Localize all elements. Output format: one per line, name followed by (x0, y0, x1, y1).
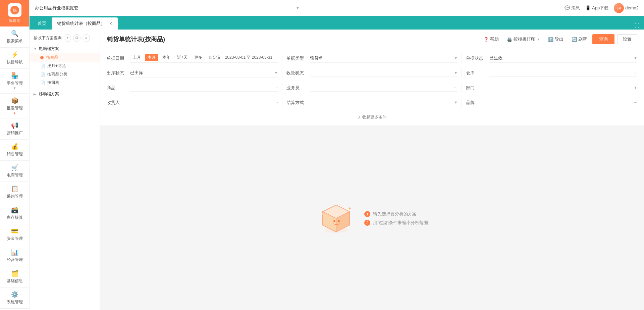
tree-group-mobile[interactable]: ▶ 移动端方案 (30, 90, 100, 99)
print-arrow: ▼ (537, 38, 540, 41)
salesperson-select[interactable]: ··· (310, 84, 458, 92)
sidebar-item-marketing[interactable]: 📢 营销推广 (0, 118, 30, 140)
tab-report-label: 销货单统计表（按商品） (57, 20, 105, 27)
settings-button[interactable]: 设置 (617, 34, 637, 44)
goods-label: 商品 (107, 85, 130, 91)
sidebar-item-label: 库存核算 (7, 215, 23, 220)
collapse-label: 收起更多条件 (362, 114, 386, 120)
receiver-dots[interactable]: ··· (274, 100, 278, 105)
tree-group-desktop[interactable]: ▼ 电脑端方案 (30, 44, 100, 53)
goods-select[interactable]: ··· (130, 84, 278, 92)
date-tab-7days[interactable]: 近7天 (174, 54, 190, 61)
sidebar-item-label: 电商管理 (7, 172, 23, 178)
empty-step-2: 2 用[过滤]条件来缩小分析范围 (364, 220, 428, 226)
svg-point-8 (338, 220, 340, 222)
export-button[interactable]: ⬆️ 导出 (545, 35, 566, 44)
sidebar-item-purchase[interactable]: 📋 采购管理 (0, 182, 30, 203)
out-status-select[interactable]: 已出库 ▼ (130, 69, 278, 78)
tree-group-label2: 移动端方案 (39, 91, 59, 97)
finance-icon: 💳 (11, 227, 18, 235)
settings-scheme-button[interactable]: ⚙ (73, 34, 80, 42)
sidebar-item-basic[interactable]: 🗂️ 基础信息 (0, 266, 30, 288)
empty-steps: 1 请先选择要分析的方案 2 用[过滤]条件来缩小分析范围 (364, 211, 428, 226)
page-actions: ❓ 帮助 🖨️ 按模板打印 ▼ ⬆️ 导出 🔄 刷新 (481, 34, 637, 44)
app-download-button[interactable]: 📱 App下载 (585, 5, 608, 11)
receiver-label: 收货人 (107, 100, 130, 106)
right-panel: 销货单统计表(按商品) ❓ 帮助 🖨️ 按模板打印 ▼ ⬆️ 导出 (100, 30, 644, 310)
inventory-icon: 🗃️ (11, 206, 18, 214)
refresh-button[interactable]: 🔄 刷新 (569, 35, 590, 44)
empty-state: ✦ ✦ 1 请先选择要分析的方案 2 用[过滤]条件来缩小分析范围 (100, 127, 644, 310)
tree-group-label: 电脑端方案 (39, 46, 59, 52)
date-tab-more[interactable]: 更多 (192, 54, 205, 61)
tab-close-button[interactable]: ✕ (109, 21, 112, 26)
goods-dots[interactable]: ··· (274, 85, 278, 90)
out-status-label: 出库状态 (107, 70, 130, 76)
user-menu[interactable]: Ea demo2 (614, 3, 639, 13)
refresh-label: 刷新 (578, 36, 587, 42)
step-num-1: 1 (364, 211, 370, 217)
date-tab-last-month[interactable]: 上月 (130, 54, 144, 61)
help-button[interactable]: ❓ 帮助 (481, 35, 501, 44)
page-title-bar: 销货单统计表(按商品) ❓ 帮助 🖨️ 按模板打印 ▼ ⬆️ 导出 (100, 30, 644, 48)
logo: 畅 标题页 (0, 0, 30, 27)
tabbar: 首页 销货单统计表（按商品） ✕ — ⛶ (30, 16, 644, 30)
tree-item-label: 按司机 (47, 80, 59, 86)
svg-point-7 (333, 220, 335, 222)
sidebar-item-label: 系统管理 (7, 299, 23, 305)
salesperson-dots[interactable]: ··· (454, 85, 458, 90)
doc-status-value: 已生效 (489, 55, 502, 61)
date-tab-current-month[interactable]: 本月 (145, 54, 158, 61)
receiver-select[interactable]: ··· (130, 99, 278, 106)
pay-status-select[interactable]: ▼ (310, 70, 458, 76)
collapse-panel-button[interactable]: « (83, 34, 90, 42)
doc-type-select[interactable]: 销货单 ▼ (310, 54, 458, 63)
sidebar-item-sales[interactable]: 💰 销售管理 (0, 140, 30, 161)
msg-button[interactable]: 💬 消息 (565, 5, 580, 11)
sidebar-item-label: 快捷导航 (7, 59, 23, 65)
sidebar-item-operations[interactable]: 📊 经营管理 (0, 245, 30, 266)
sidebar-item-wholesale[interactable]: 📦 批发管理 ▲ (0, 94, 30, 118)
tab-maximize-button[interactable]: ⛶ (633, 22, 641, 29)
sidebar-item-label: 基础信息 (7, 278, 23, 284)
doc-icon3: 📄 (40, 81, 45, 85)
sidebar-item-inventory[interactable]: 🗃️ 库存核算 (0, 203, 30, 224)
tree-item-by-goods[interactable]: 按商品 (30, 53, 100, 62)
payment-select[interactable]: ▼ (310, 100, 458, 106)
sidebar-item-finance[interactable]: 💳 资金管理 (0, 224, 30, 245)
tree-item-by-driver[interactable]: 📄 按司机 (30, 79, 100, 87)
query-button[interactable]: 查询 (592, 34, 614, 44)
tree-item-by-category[interactable]: 📄 按商品分类 (30, 70, 100, 79)
sidebar: 畅 标题页 🔍 搜索菜单 ⚡ 快捷导航 🏪 零售管理 ▼ 📦 批发管理 ▲ 📢 … (0, 0, 30, 310)
brand-select[interactable]: ··· (489, 99, 637, 106)
brand-dots[interactable]: ··· (634, 100, 637, 105)
sidebar-item-enterprise[interactable]: 🤝 企业协同 (0, 309, 30, 310)
export-icon: ⬆️ (548, 37, 553, 42)
sidebar-item-search[interactable]: 🔍 搜索菜单 (0, 27, 30, 48)
left-panel: 按以下方案查询 + ⚙ « ▼ 电脑端方案 按商品 📄 按月+商品 📄 按商品分… (30, 30, 100, 310)
dept-select[interactable]: ▼ (489, 85, 637, 91)
dept-label: 部门 (466, 85, 489, 91)
warehouse-select[interactable]: ··· (489, 69, 637, 77)
left-panel-title: 按以下方案查询 (34, 35, 62, 41)
warehouse-dots[interactable]: ··· (634, 70, 637, 75)
date-tab-current-year[interactable]: 本年 (160, 54, 173, 61)
sidebar-item-quick-nav[interactable]: ⚡ 快捷导航 (0, 48, 30, 69)
collapse-button[interactable]: ∧ 收起更多条件 (107, 112, 637, 122)
msg-label: 消息 (571, 5, 580, 11)
doc-status-select[interactable]: 已生效 ▼ (489, 54, 637, 63)
sidebar-item-retail[interactable]: 🏪 零售管理 ▼ (0, 69, 30, 94)
sidebar-item-system[interactable]: ⚙️ 系统管理 (0, 288, 30, 309)
tab-home[interactable]: 首页 (32, 17, 52, 30)
print-button[interactable]: 🖨️ 按模板打印 ▼ (504, 35, 543, 44)
tab-home-label: 首页 (38, 20, 46, 27)
tree-item-by-month-goods[interactable]: 📄 按月+商品 (30, 62, 100, 70)
dropdown-arrow[interactable]: ▼ (296, 6, 300, 10)
tab-minimize-button[interactable]: — (621, 22, 630, 29)
step-2-text: 用[过滤]条件来缩小分析范围 (373, 220, 428, 226)
retail-icon: 🏪 (11, 72, 18, 80)
tab-report[interactable]: 销货单统计表（按商品） ✕ (52, 17, 118, 30)
sidebar-item-ecommerce[interactable]: 🛒 电商管理 (0, 161, 30, 182)
date-tab-custom[interactable]: 自定义 (206, 54, 224, 61)
add-scheme-button[interactable]: + (64, 34, 71, 42)
